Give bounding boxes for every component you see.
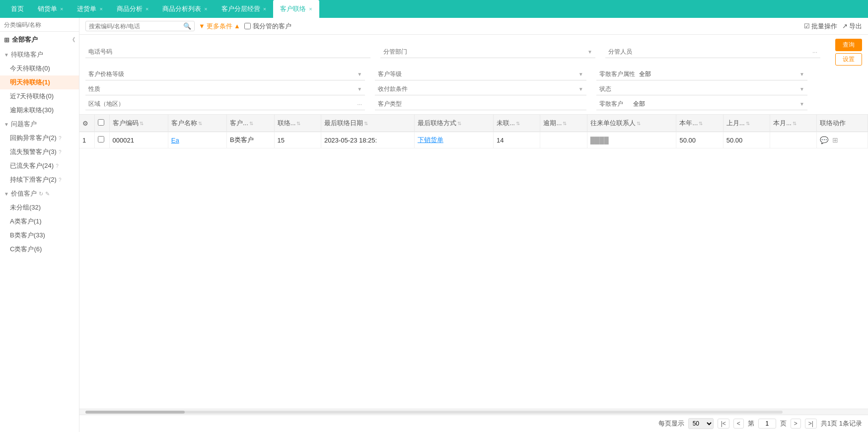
nav-item-analysis[interactable]: 商品分析 ×	[110, 0, 155, 18]
sidebar-item-7days[interactable]: 近7天待联络(0)	[0, 89, 79, 103]
refresh-icon[interactable]: ↻	[39, 191, 43, 197]
select-all-checkbox[interactable]	[98, 119, 104, 126]
cell-name[interactable]: Ea	[168, 132, 226, 148]
last-method-link[interactable]: 下销货单	[418, 136, 443, 144]
filter-retail-attr[interactable]: 零散客户属性 全部 ▼	[596, 69, 807, 80]
col-overdue[interactable]: 逾期...⇅	[540, 115, 587, 132]
row-checkbox[interactable]	[98, 136, 104, 143]
sidebar-item-overdue[interactable]: 逾期未联络(30)	[0, 103, 79, 117]
retail-customer-dropdown-icon[interactable]: ▼	[799, 101, 804, 107]
qr-icon[interactable]: ⊞	[832, 136, 838, 144]
collapse-icon[interactable]: 《	[70, 36, 75, 44]
col-this-year[interactable]: 本年...⇅	[676, 115, 723, 132]
col-checkbox[interactable]	[94, 115, 109, 132]
sort-uncontacted-icon: ⇅	[516, 121, 520, 126]
close-sales-icon[interactable]: ×	[60, 6, 63, 12]
col-type[interactable]: 客户...⇅	[226, 115, 274, 132]
sidebar-search-input[interactable]	[4, 21, 78, 28]
close-analysis-list-icon[interactable]: ×	[204, 6, 207, 12]
my-customers-checkbox[interactable]	[244, 23, 251, 29]
col-contact-person[interactable]: 往来单位联系人⇅	[587, 115, 676, 132]
nav-item-analysis-list[interactable]: 商品分析列表 ×	[155, 0, 214, 18]
close-purchase-icon[interactable]: ×	[99, 6, 102, 12]
nav-item-customer-contact[interactable]: 客户联络 ×	[273, 0, 319, 18]
my-customers-checkbox-label[interactable]: 我分管的客户	[244, 22, 291, 31]
filter-region[interactable]: 区域（地区） ···	[85, 98, 365, 110]
nav-item-purchase[interactable]: 进货单 ×	[70, 0, 109, 18]
col-last-date[interactable]: 最后联络日期⇅	[321, 115, 414, 132]
edit-group-icon[interactable]: ✎	[45, 191, 50, 197]
filter-customer-level[interactable]: 客户等级 ▼	[375, 69, 586, 80]
payment-dropdown-icon[interactable]: ▼	[579, 86, 583, 92]
filter-status[interactable]: 状态 ▼	[596, 83, 807, 95]
col-settings[interactable]: ⚙	[79, 115, 94, 132]
help-icon3[interactable]: ?	[56, 163, 59, 169]
nav-item-home[interactable]: 首页	[4, 0, 31, 18]
scrollbar-thumb[interactable]	[85, 411, 185, 414]
toolbar-search-button[interactable]: 🔍	[183, 22, 191, 30]
sidebar-item-tomorrow[interactable]: 明天待联络(1)	[0, 75, 79, 89]
sidebar-item-churned[interactable]: 已流失客户(24) ?	[0, 159, 79, 173]
filter-dept[interactable]: 分管部门 ▼	[380, 46, 595, 58]
col-code[interactable]: 客户编码⇅	[109, 115, 168, 132]
person-dots-icon[interactable]: ···	[812, 49, 817, 56]
sidebar-item-class-a[interactable]: A类客户(1)	[0, 215, 79, 228]
message-icon[interactable]: 💬	[820, 136, 828, 144]
query-button[interactable]: 查询	[835, 39, 862, 51]
horizontal-scrollbar[interactable]	[79, 409, 868, 415]
next-page-btn[interactable]: >	[791, 419, 801, 429]
customer-level-dropdown-icon[interactable]: ▼	[579, 72, 583, 77]
filter-customer-type[interactable]: 客户类型	[375, 98, 586, 110]
col-name[interactable]: 客户名称⇅	[168, 115, 226, 132]
nav-item-sales[interactable]: 销货单 ×	[31, 0, 70, 18]
sidebar-item-unclassified[interactable]: 未分组(32)	[0, 201, 79, 215]
help-icon1[interactable]: ?	[59, 136, 62, 141]
close-analysis-icon[interactable]: ×	[145, 6, 148, 12]
sidebar-item-class-c[interactable]: C类客户(6)	[0, 242, 79, 256]
filter-retail-customer[interactable]: 零散客户 全部 ▼	[596, 98, 807, 110]
col-this-month[interactable]: 本月...⇅	[770, 115, 817, 132]
per-page-select[interactable]: 50 100 200	[688, 418, 714, 429]
sidebar-group-problem[interactable]: ▼ 问题客户	[0, 117, 79, 131]
last-page-btn[interactable]: >|	[805, 419, 817, 429]
all-customers-header[interactable]: ⊞ 全部客户 《	[0, 32, 79, 48]
col-last-method[interactable]: 最后联络方式⇅	[414, 115, 493, 132]
page-number-input[interactable]	[758, 419, 776, 429]
more-conditions-btn[interactable]: ▼ 更多条件 ▲	[199, 22, 240, 31]
region-dots-icon[interactable]: ···	[357, 101, 362, 108]
toolbar-search-input[interactable]	[89, 23, 183, 30]
nature-dropdown-icon[interactable]: ▼	[357, 86, 362, 92]
retail-attr-dropdown-icon[interactable]: ▼	[799, 72, 804, 77]
cell-checkbox[interactable]	[94, 132, 109, 148]
help-icon2[interactable]: ?	[59, 149, 62, 155]
col-contact-count[interactable]: 联络...⇅	[274, 115, 321, 132]
nav-item-customer-tier[interactable]: 客户分层经营 ×	[215, 0, 273, 18]
sidebar-item-class-b[interactable]: B类客户(33)	[0, 228, 79, 242]
filter-person[interactable]: 分管人员 ···	[605, 46, 820, 58]
sidebar-group-value[interactable]: ▼ 价值客户 ↻ ✎	[0, 187, 79, 201]
close-customer-tier-icon[interactable]: ×	[263, 6, 266, 12]
filter-price-level[interactable]: 客户价格等级 ▼	[85, 69, 365, 80]
col-uncontacted[interactable]: 未联...⇅	[494, 115, 540, 132]
export-button[interactable]: ↗ 导出	[842, 22, 862, 31]
prev-page-btn[interactable]: <	[733, 419, 744, 429]
close-customer-contact-icon[interactable]: ×	[309, 6, 312, 12]
dept-dropdown-icon[interactable]: ▼	[587, 49, 592, 55]
sidebar-item-churn-warning[interactable]: 流失预警客户(3) ?	[0, 145, 79, 159]
sidebar-item-declining[interactable]: 持续下滑客户(2) ?	[0, 173, 79, 187]
sidebar-item-repurchase-anomaly[interactable]: 回购异常客户(2) ?	[0, 131, 79, 145]
cell-last-method[interactable]: 下销货单	[414, 132, 493, 148]
batch-ops-button[interactable]: ☑ 批量操作	[804, 22, 837, 31]
price-level-dropdown-icon[interactable]: ▼	[357, 72, 362, 77]
set-button[interactable]: 设置	[835, 53, 862, 66]
sidebar-group-pending[interactable]: ▼ 待联络客户	[0, 48, 79, 62]
filter-payment[interactable]: 收付款条件 ▼	[375, 83, 586, 95]
col-last-month[interactable]: 上月...⇅	[723, 115, 770, 132]
sidebar-item-today[interactable]: 今天待联络(0)	[0, 62, 79, 75]
customer-name-link[interactable]: Ea	[171, 137, 179, 144]
table-container: ⚙ 客户编码⇅ 客户名称⇅ 客户...⇅ 联络...⇅ 最后联络日期⇅ 最后联络…	[79, 115, 868, 409]
filter-nature[interactable]: 性质 ▼	[85, 83, 365, 95]
help-icon4[interactable]: ?	[59, 177, 62, 183]
first-page-btn[interactable]: |<	[718, 419, 729, 429]
status-dropdown-icon[interactable]: ▼	[799, 86, 804, 92]
